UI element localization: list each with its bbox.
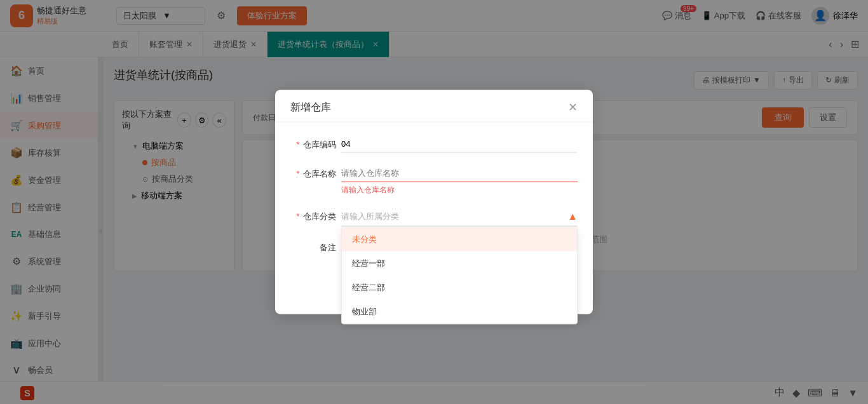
category-field: 请输入所属分类 ▲ 未分类 经营一部 经营二部 物业部 [341,207,578,227]
category-placeholder: 请输入所属分类 [341,211,399,222]
category-dropdown-list: 未分类 经营一部 经营二部 物业部 [341,227,578,325]
category-option-1[interactable]: 经营一部 [342,252,577,276]
category-option-0[interactable]: 未分类 [342,227,577,252]
form-row-code: * 仓库编码 [290,135,578,153]
category-dropdown[interactable]: 请输入所属分类 ▲ [341,207,578,227]
code-label: * 仓库编码 [290,135,341,151]
category-option-2[interactable]: 经营二部 [342,276,577,300]
code-input[interactable] [341,135,578,153]
category-chevron-icon: ▲ [567,211,578,222]
form-row-name: * 仓库名称 请输入仓库名称 [290,165,578,196]
modal-close-button[interactable]: ✕ [568,100,578,114]
name-error-msg: 请输入仓库名称 [341,185,578,196]
category-label: * 仓库分类 [290,207,341,222]
add-warehouse-modal: 新增仓库 ✕ * 仓库编码 * 仓库名称 请输入仓库名称 [275,90,593,314]
name-input[interactable] [341,165,578,182]
modal-title: 新增仓库 [290,100,331,114]
modal-header: 新增仓库 ✕ [275,90,593,123]
name-label: * 仓库名称 [290,165,341,180]
modal-body: * 仓库编码 * 仓库名称 请输入仓库名称 * 仓库分类 [275,123,593,273]
remark-label: 备注 [290,238,341,253]
form-row-category: * 仓库分类 请输入所属分类 ▲ 未分类 经营一部 经营二部 物业部 [290,207,578,227]
code-field [341,135,578,153]
name-field: 请输入仓库名称 [341,165,578,196]
category-option-3[interactable]: 物业部 [342,300,577,324]
